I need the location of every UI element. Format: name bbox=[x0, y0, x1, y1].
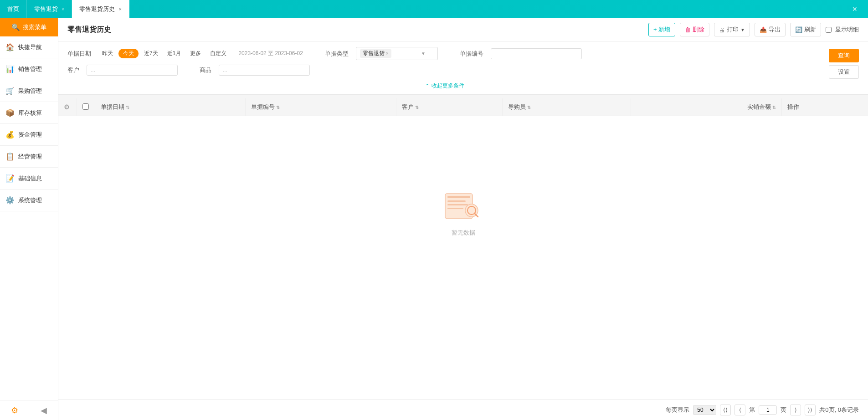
filter-settings-button[interactable]: 设置 bbox=[829, 65, 859, 79]
tab-home-label: 首页 bbox=[7, 5, 19, 13]
table-area: ⚙ 单据日期 ⇅ 单据编号 bbox=[58, 98, 868, 400]
goods-placeholder: ... bbox=[223, 67, 227, 73]
doc-type-label: 单据类型 bbox=[325, 50, 349, 58]
topbar-right: × bbox=[848, 5, 868, 14]
page-unit-label: 页 bbox=[781, 406, 786, 414]
doc-num-input[interactable] bbox=[491, 48, 582, 59]
sidebar-item-sales-mgmt[interactable]: 📊 销售管理 bbox=[0, 58, 58, 80]
th-doc-num[interactable]: 单据编号 ⇅ bbox=[246, 98, 396, 116]
table-settings-icon[interactable]: ⚙ bbox=[64, 103, 70, 111]
inventory-icon: 📦 bbox=[5, 108, 15, 117]
th-customer[interactable]: 客户 ⇅ bbox=[396, 98, 503, 116]
tab-retail-return-history[interactable]: 零售退货历史 × bbox=[72, 0, 129, 18]
tab-retail-return-history-close[interactable]: × bbox=[118, 6, 121, 12]
collapse-icon: ⌃ bbox=[425, 83, 430, 89]
sort-doc-date-icon: ⇅ bbox=[126, 105, 129, 110]
first-page-button[interactable]: ⟨⟨ bbox=[720, 405, 731, 415]
filter-actions: 查询 设置 bbox=[822, 47, 859, 79]
tab-retail-return-history-label: 零售退货历史 bbox=[79, 5, 115, 13]
window-close-button[interactable]: × bbox=[848, 5, 861, 14]
th-guide[interactable]: 导购员 ⇅ bbox=[503, 98, 631, 116]
th-settings: ⚙ bbox=[58, 98, 77, 116]
sidebar-item-inventory-label: 库存核算 bbox=[18, 109, 42, 117]
date-buttons: 昨天 今天 近7天 近1月 更多 自定义 bbox=[98, 49, 230, 58]
sidebar-item-quick-nav[interactable]: 🏠 快捷导航 bbox=[0, 36, 58, 58]
th-doc-date[interactable]: 单据日期 ⇅ bbox=[95, 98, 246, 116]
th-actions: 操作 bbox=[781, 98, 868, 116]
sidebar-item-inventory[interactable]: 📦 库存核算 bbox=[0, 102, 58, 124]
sort-customer[interactable]: 客户 ⇅ bbox=[402, 103, 419, 111]
date-btn-more[interactable]: 更多 bbox=[186, 49, 205, 58]
customer-placeholder: ... bbox=[91, 67, 95, 73]
sidebar-item-sales-label: 销售管理 bbox=[18, 65, 42, 73]
show-detail-text: 显示明细 bbox=[835, 26, 859, 34]
sidebar-item-purchase-mgmt[interactable]: 🛒 采购管理 bbox=[0, 80, 58, 102]
settings-bottom-icon[interactable]: ⚙ bbox=[11, 405, 18, 415]
print-icon: 🖨 bbox=[719, 26, 725, 33]
date-btn-today[interactable]: 今天 bbox=[118, 49, 139, 58]
per-page-select[interactable]: 50 10 20 100 bbox=[693, 405, 716, 415]
svg-rect-2 bbox=[447, 200, 466, 202]
page-number-input[interactable] bbox=[759, 405, 777, 415]
sidebar-item-system-mgmt[interactable]: ⚙️ 系统管理 bbox=[0, 190, 58, 211]
page-go-label: 第 bbox=[749, 406, 755, 414]
refresh-button[interactable]: 🔄 刷新 bbox=[790, 23, 821, 36]
date-label: 单据日期 bbox=[67, 50, 91, 58]
empty-text: 暂无数据 bbox=[452, 229, 475, 237]
date-btn-yesterday[interactable]: 昨天 bbox=[98, 49, 117, 58]
topbar: 首页 零售退货 × 零售退货历史 × × bbox=[0, 0, 868, 18]
doc-type-select[interactable]: 零售退货 × ▼ bbox=[356, 47, 438, 60]
sidebar-item-operations[interactable]: 📋 经营管理 bbox=[0, 146, 58, 168]
th-actions-label: 操作 bbox=[787, 103, 799, 110]
sidebar-search[interactable]: 🔍 搜索菜单 bbox=[0, 18, 58, 36]
sort-doc-date[interactable]: 单据日期 ⇅ bbox=[101, 103, 129, 111]
sort-guide-icon: ⇅ bbox=[527, 105, 531, 110]
th-amount-label: 实销金额 bbox=[747, 103, 771, 111]
sidebar-item-finance[interactable]: 💰 资金管理 bbox=[0, 124, 58, 146]
print-dropdown-icon: ▼ bbox=[740, 27, 745, 32]
export-button[interactable]: 📤 导出 bbox=[755, 23, 786, 36]
data-table: ⚙ 单据日期 ⇅ 单据编号 bbox=[58, 98, 868, 307]
sidebar-bottom: ⚙ ◀ bbox=[0, 400, 58, 420]
sidebar-item-basic-info[interactable]: 📝 基础信息 bbox=[0, 168, 58, 190]
show-detail-label: 显示明细 bbox=[826, 26, 859, 34]
show-detail-checkbox[interactable] bbox=[826, 27, 832, 33]
new-button[interactable]: + 新增 bbox=[648, 23, 675, 36]
sidebar: 🔍 搜索菜单 🏠 快捷导航 📊 销售管理 🛒 采购管理 📦 库存核算 💰 bbox=[0, 18, 58, 420]
collapse-filter-button[interactable]: ⌃ 收起更多条件 bbox=[425, 82, 464, 90]
next-page-button[interactable]: ⟩ bbox=[790, 405, 801, 415]
date-btn-7days[interactable]: 近7天 bbox=[140, 49, 162, 58]
per-page-label: 每页显示 bbox=[666, 406, 689, 414]
toolbar: + 新增 🗑 删除 🖨 打印 ▼ 📤 导出 🔄 刷新 bbox=[648, 23, 859, 36]
sort-amount[interactable]: 实销金额 ⇅ bbox=[747, 103, 776, 111]
doc-type-tag-close[interactable]: × bbox=[386, 51, 389, 56]
doc-type-tag-label: 零售退货 bbox=[363, 50, 385, 57]
collapse-label: 收起更多条件 bbox=[431, 82, 464, 90]
content-area: 零售退货历史 + 新增 🗑 删除 🖨 打印 ▼ 📤 导出 bbox=[58, 18, 868, 420]
tab-home[interactable]: 首页 bbox=[0, 0, 27, 18]
delete-button[interactable]: 🗑 删除 bbox=[680, 23, 709, 36]
operations-icon: 📋 bbox=[5, 152, 15, 161]
filter-row-2: 客户 ... 商品 ... bbox=[67, 65, 822, 76]
sort-guide[interactable]: 导购员 ⇅ bbox=[508, 103, 531, 111]
doc-type-dropdown-icon: ▼ bbox=[421, 51, 426, 56]
last-page-button[interactable]: ⟩⟩ bbox=[805, 405, 816, 415]
sort-doc-num[interactable]: 单据编号 ⇅ bbox=[251, 103, 280, 111]
tab-retail-return[interactable]: 零售退货 × bbox=[27, 0, 72, 18]
select-all-checkbox[interactable] bbox=[82, 103, 89, 110]
th-doc-num-label: 单据编号 bbox=[251, 103, 275, 111]
goods-input[interactable]: ... bbox=[219, 65, 310, 76]
search-icon: 🔍 bbox=[11, 23, 20, 31]
date-btn-custom[interactable]: 自定义 bbox=[206, 49, 230, 58]
th-amount[interactable]: 实销金额 ⇅ bbox=[631, 98, 781, 116]
tab-retail-return-close[interactable]: × bbox=[62, 6, 64, 12]
date-btn-1month[interactable]: 近1月 bbox=[164, 49, 185, 58]
customer-input[interactable]: ... bbox=[87, 65, 178, 76]
pagination-bar: 每页显示 50 10 20 100 ⟨⟨ ⟨ 第 页 ⟩ ⟩⟩ 共0页, 0条记… bbox=[58, 400, 868, 420]
query-button[interactable]: 查询 bbox=[829, 49, 859, 62]
print-button[interactable]: 🖨 打印 ▼ bbox=[714, 23, 750, 36]
collapse-sidebar-icon[interactable]: ◀ bbox=[41, 405, 47, 415]
table-body: 暂无数据 bbox=[58, 116, 868, 308]
export-button-label: 导出 bbox=[769, 26, 781, 34]
prev-page-button[interactable]: ⟨ bbox=[734, 405, 745, 415]
